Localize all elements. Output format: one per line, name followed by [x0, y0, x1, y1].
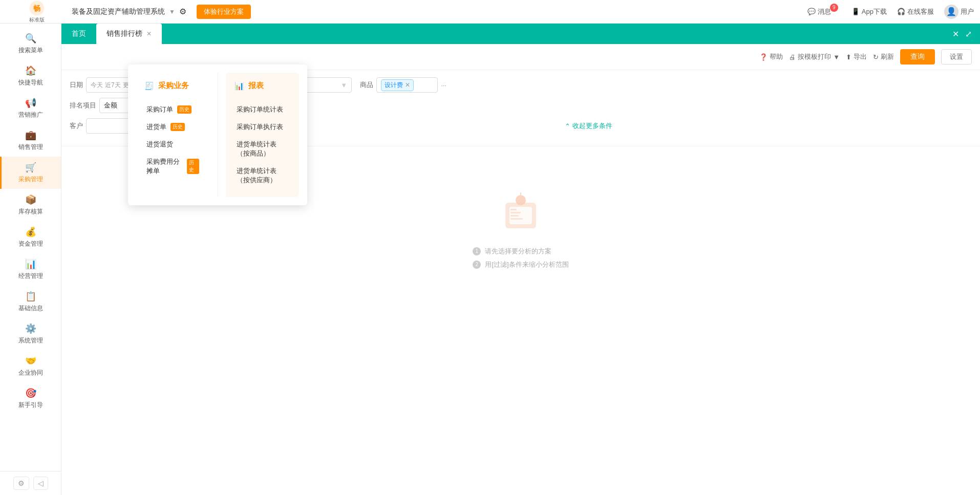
- svg-rect-9: [510, 218, 523, 220]
- sidebar-item-basic[interactable]: 📋 基础信息: [0, 286, 61, 318]
- report-section: 📊 报表 采购订单统计表 采购订单执行表 进货单统计表（按商品） 进货单统计表（…: [226, 73, 300, 197]
- sidebar-item-guide[interactable]: 🎯 新手引导: [0, 382, 61, 415]
- sidebar-item-operations[interactable]: 📊 经营管理: [0, 253, 61, 286]
- help-btn[interactable]: ❓ 帮助: [759, 52, 783, 61]
- phone-icon: 📱: [851, 8, 860, 15]
- report-section-title: 📊 报表: [235, 81, 291, 95]
- refresh-btn[interactable]: ↻ 刷新: [873, 52, 894, 61]
- goods-tag: 设计费 ✕: [381, 79, 414, 91]
- user-menu[interactable]: 👤 用户: [944, 5, 974, 19]
- rank-value: 金额: [104, 101, 117, 110]
- menu-item-expense[interactable]: 采购费用分摊单 历史: [144, 153, 201, 180]
- sidebar-item-purchase[interactable]: 🛒 采购管理: [0, 157, 61, 189]
- tab-bar: 首页 销售排行榜 ✕ ✕ ⤢: [61, 24, 980, 44]
- sidebar-item-inventory[interactable]: 📦 库存核算: [0, 189, 61, 221]
- empty-tip-2: 2 用[过滤]条件来缩小分析范围: [473, 258, 568, 271]
- online-service-btn[interactable]: 🎧 在线客服: [897, 7, 934, 16]
- avatar: 👤: [944, 5, 958, 19]
- system-title: 装备及固定资产辅助管理系统 ▼ ⚙ 体验行业方案: [72, 5, 807, 19]
- app-download-btn[interactable]: 📱 App下载: [851, 7, 887, 16]
- svg-rect-6: [510, 209, 517, 210]
- tab-home[interactable]: 首页: [61, 24, 96, 44]
- sidebar-item-cooperation[interactable]: 🤝 企业协同: [0, 350, 61, 382]
- setting-btn[interactable]: 设置: [941, 49, 972, 64]
- sidebar-item-label: 营销推广: [18, 111, 43, 119]
- collapse-sidebar-btn[interactable]: ◁: [33, 477, 48, 490]
- tip-text-2: 用[过滤]条件来缩小分析范围: [485, 258, 568, 271]
- purchase-section-label: 采购业务: [158, 81, 189, 91]
- print-chevron-icon: ▼: [833, 53, 840, 61]
- goods-tag-close-btn[interactable]: ✕: [405, 81, 410, 89]
- menu-item-order-exec-label: 采购订单执行表: [237, 122, 283, 132]
- chevron-up-icon: ⌃: [565, 122, 570, 130]
- sidebar-item-sales[interactable]: 💼 销售管理: [0, 124, 61, 157]
- sidebar-item-finance[interactable]: 💰 资金管理: [0, 221, 61, 253]
- tab-sales-rank[interactable]: 销售排行榜 ✕: [96, 24, 162, 44]
- report-section-icon: 📊: [235, 81, 244, 91]
- customer-label: 客户: [70, 121, 83, 131]
- export-btn[interactable]: ⬆ 导出: [846, 52, 867, 61]
- tab-close-btn[interactable]: ✕: [146, 30, 152, 37]
- gear-icon[interactable]: ⚙: [179, 7, 186, 16]
- export-label: 导出: [854, 52, 867, 61]
- empty-tip-1: 1 请先选择要分析的方案: [473, 245, 568, 258]
- system-icon: ⚙️: [25, 323, 36, 334]
- operations-icon: 📊: [25, 259, 36, 270]
- date-quick-today[interactable]: 今天: [91, 81, 103, 90]
- date-label: 日期: [70, 80, 83, 90]
- menu-item-return[interactable]: 进货退货: [144, 136, 201, 153]
- tab-expand-icon[interactable]: ⤢: [963, 27, 974, 41]
- sidebar-item-marketing[interactable]: 📢 营销推广: [0, 92, 61, 124]
- rank-label: 排名项目: [70, 101, 96, 110]
- sidebar-item-search[interactable]: 🔍 搜索菜单: [0, 28, 61, 60]
- menu-item-incoming-label: 进货单: [146, 122, 166, 132]
- menu-item-expense-label: 采购费用分摊单: [146, 157, 183, 176]
- menu-item-incoming[interactable]: 进货单 历史: [144, 118, 201, 136]
- date-quick-7days[interactable]: 近7天: [105, 81, 121, 90]
- marketing-icon: 📢: [25, 97, 36, 109]
- tip-dot-2: 2: [473, 261, 481, 269]
- app-download-label: App下载: [862, 7, 887, 16]
- collapse-btn[interactable]: ⌃ 收起更多条件: [565, 121, 612, 131]
- headset-icon: 🎧: [897, 8, 905, 15]
- top-bar: 畅 标准版 装备及固定资产辅助管理系统 ▼ ⚙ 体验行业方案 💬 消息 9 📱 …: [0, 0, 980, 24]
- purchase-section-title: 🧾 采购业务: [144, 81, 201, 95]
- goods-more-btn[interactable]: ···: [441, 81, 446, 89]
- purchase-section: 🧾 采购业务 采购订单 历史 进货单 历史 进货退货: [136, 73, 209, 197]
- inventory-icon: 📦: [25, 194, 36, 205]
- tab-close-icon[interactable]: ✕: [950, 27, 961, 41]
- goods-input[interactable]: 设计费 ✕: [376, 77, 438, 93]
- menu-item-order-stats[interactable]: 采购订单统计表: [235, 101, 291, 118]
- sidebar-item-quick-nav[interactable]: 🏠 快捷导航: [0, 60, 61, 92]
- menu-item-order-stats-label: 采购订单统计表: [237, 105, 283, 114]
- chevron-down-icon[interactable]: ▼: [169, 8, 175, 15]
- message-btn[interactable]: 💬 消息 9: [807, 7, 841, 16]
- goods-filter: 商品 设计费 ✕ ···: [360, 77, 446, 93]
- sidebar-item-system[interactable]: ⚙️ 系统管理: [0, 318, 61, 350]
- empty-illustration: [495, 187, 546, 239]
- help-label: 帮助: [770, 52, 783, 61]
- industry-btn[interactable]: 体验行业方案: [197, 5, 251, 19]
- purchase-icon: 🛒: [25, 162, 36, 173]
- menu-item-purchase-order[interactable]: 采购订单 历史: [144, 101, 201, 118]
- sidebar-item-label: 库存核算: [18, 207, 43, 216]
- print-btn[interactable]: 🖨 按模板打印 ▼: [789, 52, 840, 61]
- query-btn[interactable]: 查询: [900, 49, 935, 64]
- chevron-down-icon: ▼: [340, 81, 347, 89]
- menu-item-incoming-stats-supplier[interactable]: 进货单统计表（按供应商）: [235, 162, 291, 189]
- guide-icon: 🎯: [25, 388, 36, 399]
- menu-item-return-label: 进货退货: [146, 140, 173, 149]
- content-area: 首页 销售排行榜 ✕ ✕ ⤢ ❓ 帮助 🖨 按模板打印: [61, 24, 980, 495]
- message-icon: 💬: [807, 8, 816, 15]
- menu-item-order-exec[interactable]: 采购订单执行表: [235, 118, 291, 136]
- finance-icon: 💰: [25, 226, 36, 238]
- empty-tips: 1 请先选择要分析的方案 2 用[过滤]条件来缩小分析范围: [473, 245, 568, 271]
- top-right: 💬 消息 9 📱 App下载 🎧 在线客服 👤 用户: [807, 5, 974, 19]
- sidebar-item-label: 新手引导: [18, 401, 43, 410]
- settings-btn[interactable]: ⚙: [13, 477, 29, 490]
- system-title-text: 装备及固定资产辅助管理系统: [72, 7, 165, 16]
- history-badge-1: 历史: [171, 123, 185, 131]
- menu-item-incoming-stats-goods[interactable]: 进货单统计表（按商品）: [235, 136, 291, 162]
- tab-home-label: 首页: [72, 29, 86, 38]
- sidebar-item-label: 基础信息: [18, 304, 43, 313]
